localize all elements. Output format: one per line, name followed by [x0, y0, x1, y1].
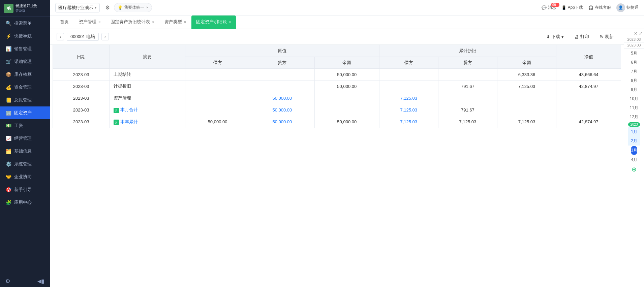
col-original-value: 原值	[185, 45, 379, 57]
cell-orig-debit: 50,000.00	[185, 116, 250, 128]
settings-icon[interactable]: ⚙	[105, 4, 110, 11]
search-icon: 🔍	[5, 21, 11, 26]
refresh-button[interactable]: ↻ 刷新	[596, 32, 617, 41]
tab-asset-detail[interactable]: 固定资产明细账 ×	[191, 15, 236, 29]
month-item[interactable]: 2月	[628, 136, 640, 146]
content-area: ‹ 000001 电脑 › ⬇ 下载 ▾ 🖨 打印 ↻	[50, 29, 644, 287]
sidebar-item-purchase[interactable]: 🛒 采购管理	[0, 55, 50, 68]
sidebar-item-quicknav[interactable]: ⚡ 快捷导航	[0, 30, 50, 42]
money-icon: 💰	[5, 85, 11, 90]
asset-code: 000001 电脑	[67, 33, 99, 41]
cell-summary[interactable]: 月本月合计	[110, 104, 185, 116]
cell-dep-debit: 7,125.03	[379, 104, 438, 116]
print-label: 打印	[580, 34, 589, 40]
table-row: 2023-03 资产清理 50,000.00 7,125.03	[53, 92, 621, 104]
cell-dep-balance: 7,125.03	[497, 81, 556, 92]
sidebar-item-apps[interactable]: 🧩 应用中心	[0, 196, 50, 209]
tab-label: 固定资产折旧统计表	[111, 19, 150, 25]
month-item[interactable]: 11月	[630, 103, 638, 113]
print-button[interactable]: 🖨 打印	[571, 32, 592, 41]
month-item[interactable]: 1月	[628, 127, 640, 136]
sidebar-item-label: 销售管理	[14, 46, 32, 52]
col-orig-balance: 余额	[314, 57, 379, 69]
collapse-icon[interactable]: ◀▮	[37, 278, 44, 284]
cell-orig-credit: 50,000.00	[250, 116, 314, 128]
tab-home[interactable]: 首页	[55, 15, 73, 29]
cell-dep-debit	[379, 81, 438, 92]
next-asset-button[interactable]: ›	[101, 33, 109, 40]
cell-orig-balance	[314, 104, 379, 116]
cell-dep-balance	[497, 104, 556, 116]
cell-net-value	[556, 104, 621, 116]
sidebar-item-label: 总账管理	[14, 97, 32, 103]
cell-net-value: 42,874.97	[556, 81, 621, 92]
close-icon[interactable]: ×	[152, 20, 154, 24]
month-item[interactable]: 4月	[628, 155, 640, 164]
sidebar-item-label: 固定资产	[14, 110, 32, 116]
experience-label: 我要体验一下	[124, 5, 148, 10]
sidebar-item-ops[interactable]: 📈 经营管理	[0, 132, 50, 145]
sidebar-item-finance[interactable]: 💰 资金管理	[0, 81, 50, 94]
customer-service-label: 在线客服	[595, 5, 611, 10]
sidebar-footer: ⚙ ◀▮	[0, 275, 50, 287]
sidebar-logo-text: 畅捷通好业财 普及版	[16, 3, 38, 13]
sidebar-item-label: 资金管理	[14, 84, 32, 90]
scroll-down-icon[interactable]: ⊕	[632, 166, 637, 173]
sidebar-item-label: 搜索菜单	[14, 20, 32, 26]
box-icon: 📦	[5, 72, 11, 77]
subtotal-icon: 月	[114, 108, 119, 113]
messages-button[interactable]: 💬 消息 99+	[542, 5, 556, 10]
month-item[interactable]: 5月	[630, 49, 638, 58]
prev-asset-button[interactable]: ‹	[57, 33, 64, 40]
expand-icon[interactable]: ⤢	[639, 31, 643, 36]
sidebar-item-guide[interactable]: 🎯 新手引导	[0, 183, 50, 196]
handshake-icon: 🤝	[5, 174, 11, 180]
sidebar-item-label: 库存核算	[14, 71, 32, 77]
sidebar-item-search[interactable]: 🔍 搜索菜单	[0, 17, 50, 30]
month-item[interactable]: 12月	[630, 113, 638, 122]
close-panel-icon[interactable]: ✕	[634, 31, 638, 36]
sidebar-item-fixed[interactable]: 🏢 固定资产	[0, 106, 50, 119]
tab-depreciation-stats[interactable]: 固定资产折旧统计表 ×	[106, 15, 159, 29]
tab-asset-type[interactable]: 资产类型 ×	[160, 15, 191, 29]
sidebar-item-inventory[interactable]: 📦 库存核算	[0, 68, 50, 81]
tab-label: 首页	[60, 19, 69, 25]
user-avatar-area[interactable]: 👤 畅捷通	[616, 3, 639, 12]
sidebar-item-sales[interactable]: 📊 销售管理	[0, 42, 50, 55]
avatar: 👤	[616, 3, 625, 12]
month-item[interactable]: 9月	[630, 85, 638, 94]
company-selector[interactable]: 医疗器械行业演示 ▾	[55, 3, 100, 12]
sidebar-item-base[interactable]: 🗂️ 基础信息	[0, 145, 50, 158]
download-button[interactable]: ⬇ 下载 ▾	[543, 32, 567, 41]
cell-orig-credit	[250, 69, 314, 81]
asset-nav: ‹ 000001 电脑 › ⬇ 下载 ▾ 🖨 打印 ↻	[50, 29, 624, 45]
col-orig-credit: 贷方	[250, 57, 314, 69]
cell-net-value: 43,666.64	[556, 69, 621, 81]
asset-nav-right: ⬇ 下载 ▾ 🖨 打印 ↻ 刷新	[543, 32, 617, 41]
cell-summary[interactable]: 月本年累计	[110, 116, 185, 128]
close-icon[interactable]: ×	[98, 20, 100, 24]
experience-button[interactable]: 💡 我要体验一下	[114, 3, 152, 12]
settings-icon[interactable]: ⚙	[5, 278, 10, 284]
app-download-button[interactable]: 📱 App下载	[561, 5, 583, 10]
customer-service-button[interactable]: 🎧 在线客服	[588, 5, 611, 10]
month-item[interactable]: 7月	[630, 67, 638, 76]
cell-orig-debit	[185, 69, 250, 81]
month-item[interactable]: 6月	[630, 58, 638, 67]
year-badge[interactable]: 2023	[628, 122, 640, 127]
close-icon[interactable]: ×	[184, 20, 186, 24]
tab-asset-mgmt[interactable]: 资产管理 ×	[74, 15, 105, 29]
month-item[interactable]: 10月	[630, 94, 638, 103]
cell-dep-debit: 7,125.03	[379, 92, 438, 104]
close-icon[interactable]: ×	[229, 20, 231, 24]
month-item[interactable]: 8月	[630, 76, 638, 85]
month-item[interactable]: 3月	[631, 146, 637, 155]
guide-icon: 🎯	[5, 187, 11, 192]
cell-dep-debit	[379, 69, 438, 81]
cart-icon: 🛒	[5, 59, 11, 64]
cell-dep-credit: 791.67	[438, 104, 497, 116]
sidebar-item-system[interactable]: ⚙️ 系统管理	[0, 158, 50, 170]
sidebar-item-collab[interactable]: 🤝 企业协同	[0, 170, 50, 183]
sidebar-item-payroll[interactable]: 💵 工资	[0, 119, 50, 132]
sidebar-item-ledger[interactable]: 📒 总账管理	[0, 94, 50, 106]
